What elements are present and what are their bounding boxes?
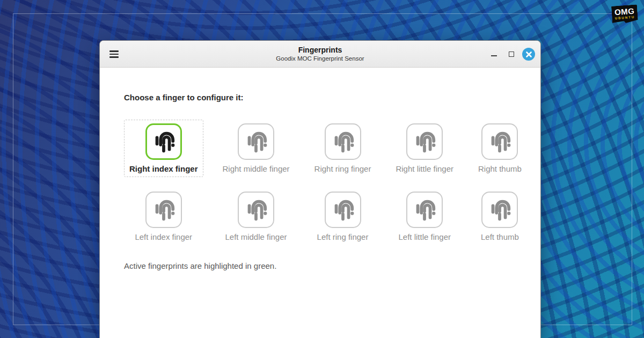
fingerprints-window: Fingerprints Goodix MOC Fingerprint Sens… <box>99 40 541 338</box>
finger-button-right-middle-finger[interactable]: Right middle finger <box>217 120 295 177</box>
page-title: Choose a finger to configure it: <box>124 93 518 102</box>
finger-label: Right ring finger <box>314 164 371 173</box>
fingerprint-icon <box>406 123 443 160</box>
fingerprint-icon <box>481 192 518 228</box>
minimize-button[interactable] <box>488 48 500 61</box>
finger-button-right-ring-finger[interactable]: Right ring finger <box>309 120 377 177</box>
finger-label: Left ring finger <box>317 232 369 241</box>
minimize-icon <box>491 55 497 56</box>
finger-button-right-thumb[interactable]: Right thumb <box>473 120 527 177</box>
fingerprint-icon <box>406 192 443 228</box>
menu-button[interactable] <box>109 48 122 60</box>
maximize-icon <box>509 52 514 57</box>
window-title: Fingerprints <box>298 46 342 55</box>
window-body: Choose a finger to configure it: Right i… <box>100 68 540 338</box>
finger-button-left-ring-finger[interactable]: Left ring finger <box>312 188 374 245</box>
fingerprint-icon <box>481 123 518 160</box>
desktop-wallpaper: OMG UBUNTU Fingerprints Goodix MOC Finge… <box>0 0 644 338</box>
finger-label: Left index finger <box>135 232 192 241</box>
window-subtitle: Goodix MOC Fingerprint Sensor <box>276 55 364 62</box>
finger-grid: Right index finger Right middle finger <box>124 120 527 245</box>
window-controls <box>488 41 535 68</box>
omg-ubuntu-logo: OMG UBUNTU <box>611 4 638 24</box>
finger-label: Right index finger <box>129 164 198 173</box>
fingerprint-icon <box>325 123 361 160</box>
finger-button-right-little-finger[interactable]: Right little finger <box>390 120 459 177</box>
fingerprint-icon <box>238 123 274 160</box>
titlebar[interactable]: Fingerprints Goodix MOC Fingerprint Sens… <box>100 41 540 68</box>
fingerprint-icon <box>145 192 182 228</box>
close-icon <box>526 52 532 57</box>
finger-label: Left middle finger <box>225 232 287 241</box>
fingerprint-icon <box>238 192 274 228</box>
finger-label: Right little finger <box>396 164 453 173</box>
finger-button-right-index-finger[interactable]: Right index finger <box>124 120 203 177</box>
finger-button-left-thumb[interactable]: Left thumb <box>475 188 524 245</box>
ubuntu-logo-text: UBUNTU <box>612 14 638 21</box>
hamburger-icon <box>109 50 119 52</box>
fingerprint-icon <box>325 192 361 228</box>
finger-button-left-middle-finger[interactable]: Left middle finger <box>219 188 292 245</box>
close-button[interactable] <box>522 48 535 61</box>
finger-label: Right thumb <box>478 164 522 173</box>
finger-label: Right middle finger <box>223 164 290 173</box>
active-fingerprints-note: Active fingerprints are highlighted in g… <box>124 261 518 270</box>
finger-button-left-index-finger[interactable]: Left index finger <box>129 188 197 245</box>
maximize-button[interactable] <box>505 48 517 61</box>
finger-label: Left thumb <box>481 232 519 241</box>
finger-label: Left little finger <box>398 232 451 241</box>
title-block: Fingerprints Goodix MOC Fingerprint Sens… <box>100 41 540 67</box>
finger-button-left-little-finger[interactable]: Left little finger <box>393 188 456 245</box>
fingerprint-icon <box>145 123 182 160</box>
